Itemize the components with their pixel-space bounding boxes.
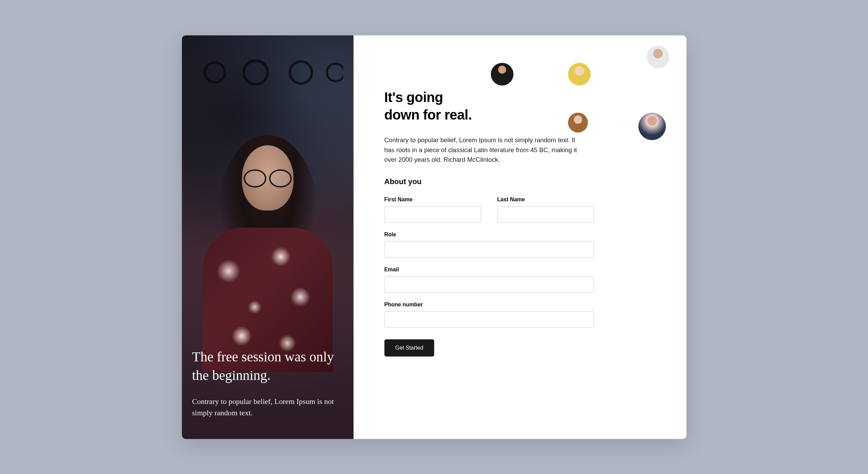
about-you-form: First Name Last Name Role Email Phone nu… <box>384 196 594 357</box>
hero-image-panel: The free session was only the beginning.… <box>182 35 354 439</box>
last-name-input[interactable] <box>497 206 594 223</box>
avatar-icon <box>638 113 666 140</box>
avatar-icon <box>491 63 513 86</box>
avatar-icon <box>647 46 669 68</box>
phone-input[interactable] <box>384 311 594 328</box>
email-label: Email <box>384 267 594 273</box>
section-heading: About you <box>384 177 656 186</box>
signup-card: The free session was only the beginning.… <box>182 35 686 439</box>
avatar-icon <box>568 63 591 86</box>
role-input[interactable] <box>384 241 594 258</box>
hero-heading: The free session was only the beginning. <box>192 348 343 385</box>
hero-person-illustration <box>209 132 326 372</box>
form-panel: It's going down for real. Contrary to po… <box>354 35 686 439</box>
get-started-button[interactable]: Get Started <box>384 339 435 357</box>
last-name-label: Last Name <box>497 196 594 203</box>
first-name-label: First Name <box>384 196 481 203</box>
hero-subtext: Contrary to popular belief, Lorem Ipsum … <box>192 396 343 418</box>
phone-label: Phone number <box>384 302 594 308</box>
heading-line-2: down for real. <box>384 107 472 122</box>
email-input[interactable] <box>384 276 594 293</box>
main-heading: It's going down for real. <box>384 89 656 124</box>
description-text: Contrary to popular belief, Lorem Ipsum … <box>384 135 585 165</box>
first-name-input[interactable] <box>384 206 481 223</box>
hero-text-overlay: The free session was only the beginning.… <box>192 348 343 418</box>
avatar-icon <box>568 113 588 133</box>
heading-line-1: It's going <box>384 90 443 105</box>
role-label: Role <box>384 232 594 238</box>
